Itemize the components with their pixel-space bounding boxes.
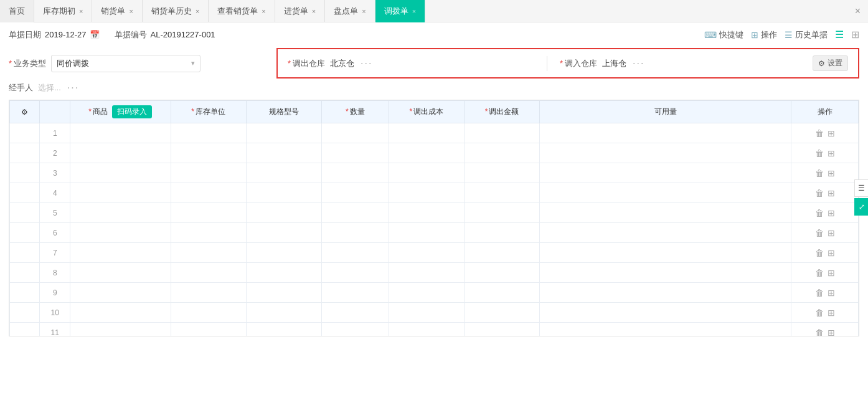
transfer-amount-cell[interactable] <box>464 143 539 163</box>
copy-icon[interactable]: ⊞ <box>828 208 835 218</box>
product-cell[interactable] <box>70 123 171 143</box>
shortcut-button[interactable]: ⌨ 快捷键 <box>704 29 743 40</box>
tab-sales-history-close[interactable]: × <box>196 7 199 15</box>
manager-select[interactable]: 选择... <box>38 82 61 93</box>
transfer-amount-cell[interactable] <box>464 223 539 243</box>
qty-cell[interactable] <box>321 323 389 337</box>
spec-cell[interactable] <box>246 143 321 163</box>
copy-icon[interactable]: ⊞ <box>828 288 835 298</box>
col-gear[interactable]: ⚙ <box>10 101 40 123</box>
tab-transfer-close[interactable]: × <box>412 7 416 15</box>
delete-icon[interactable]: 🗑 <box>815 148 824 158</box>
copy-icon[interactable]: ⊞ <box>828 268 835 278</box>
manager-more-icon[interactable]: ··· <box>67 82 79 93</box>
qty-cell[interactable] <box>321 263 389 283</box>
product-cell[interactable] <box>70 243 171 263</box>
operations-button[interactable]: ⊞ 操作 <box>751 29 777 40</box>
qty-cell[interactable] <box>321 123 389 143</box>
product-cell[interactable] <box>70 263 171 283</box>
tab-sales-history[interactable]: 销货单历史 × <box>143 0 209 22</box>
transfer-amount-cell[interactable] <box>464 263 539 283</box>
tab-view-sales[interactable]: 查看销货单 × <box>209 0 275 22</box>
tab-stocktake-close[interactable]: × <box>362 7 366 15</box>
transfer-cost-cell[interactable] <box>389 203 464 223</box>
tab-sales-order[interactable]: 销货单 × <box>92 0 142 22</box>
product-cell[interactable] <box>70 323 171 337</box>
product-cell[interactable] <box>70 223 171 243</box>
unit-cell[interactable] <box>171 203 246 223</box>
product-cell[interactable] <box>70 163 171 183</box>
spec-cell[interactable] <box>246 303 321 323</box>
unit-cell[interactable] <box>171 263 246 283</box>
transfer-cost-cell[interactable] <box>389 183 464 203</box>
qty-cell[interactable] <box>321 283 389 303</box>
transfer-out-more-icon[interactable]: ··· <box>361 58 372 69</box>
right-panel-list-btn[interactable]: ☰ <box>854 179 868 197</box>
qty-cell[interactable] <box>321 143 389 163</box>
transfer-amount-cell[interactable] <box>464 303 539 323</box>
copy-icon[interactable]: ⊞ <box>828 248 835 258</box>
settings-button[interactable]: ⚙ 设置 <box>813 55 848 71</box>
copy-icon[interactable]: ⊞ <box>828 168 835 178</box>
spec-cell[interactable] <box>246 163 321 183</box>
copy-icon[interactable]: ⊞ <box>828 308 835 318</box>
tab-sales-order-close[interactable]: × <box>129 7 133 15</box>
transfer-amount-cell[interactable] <box>464 163 539 183</box>
unit-cell[interactable] <box>171 283 246 303</box>
spec-cell[interactable] <box>246 263 321 283</box>
tab-view-sales-close[interactable]: × <box>262 7 265 15</box>
spec-cell[interactable] <box>246 203 321 223</box>
layout-button-list[interactable]: ☰ <box>835 29 844 40</box>
unit-cell[interactable] <box>171 123 246 143</box>
copy-icon[interactable]: ⊞ <box>828 188 835 198</box>
transfer-amount-cell[interactable] <box>464 123 539 143</box>
copy-icon[interactable]: ⊞ <box>828 148 835 158</box>
product-cell[interactable] <box>70 203 171 223</box>
biz-type-select[interactable]: 同价调拨 ▾ <box>51 55 200 72</box>
tab-inventory-init-close[interactable]: × <box>79 7 83 15</box>
transfer-cost-cell[interactable] <box>389 123 464 143</box>
unit-cell[interactable] <box>171 163 246 183</box>
transfer-cost-cell[interactable] <box>389 243 464 263</box>
layout-button-grid[interactable]: ⊞ <box>851 29 859 40</box>
product-cell[interactable] <box>70 303 171 323</box>
delete-icon[interactable]: 🗑 <box>815 288 824 298</box>
right-panel-expand-btn[interactable]: ⤢ <box>854 198 868 216</box>
tab-inventory-init[interactable]: 库存期初 × <box>34 0 92 22</box>
delete-icon[interactable]: 🗑 <box>815 228 824 238</box>
tab-transfer[interactable]: 调拨单 × <box>375 0 425 22</box>
tab-home[interactable]: 首页 <box>0 0 34 22</box>
unit-cell[interactable] <box>171 323 246 337</box>
transfer-in-value[interactable]: 上海仓 <box>602 58 626 69</box>
tab-purchase-close[interactable]: × <box>312 7 316 15</box>
spec-cell[interactable] <box>246 223 321 243</box>
delete-icon[interactable]: 🗑 <box>815 208 824 218</box>
transfer-cost-cell[interactable] <box>389 263 464 283</box>
transfer-cost-cell[interactable] <box>389 223 464 243</box>
tab-purchase[interactable]: 进货单 × <box>275 0 325 22</box>
spec-cell[interactable] <box>246 243 321 263</box>
copy-icon[interactable]: ⊞ <box>828 328 835 337</box>
unit-cell[interactable] <box>171 243 246 263</box>
transfer-amount-cell[interactable] <box>464 203 539 223</box>
unit-cell[interactable] <box>171 303 246 323</box>
unit-cell[interactable] <box>171 183 246 203</box>
delete-icon[interactable]: 🗑 <box>815 308 824 318</box>
transfer-amount-cell[interactable] <box>464 323 539 337</box>
spec-cell[interactable] <box>246 123 321 143</box>
unit-cell[interactable] <box>171 223 246 243</box>
qty-cell[interactable] <box>321 163 389 183</box>
product-cell[interactable] <box>70 143 171 163</box>
delete-icon[interactable]: 🗑 <box>815 328 824 337</box>
transfer-cost-cell[interactable] <box>389 323 464 337</box>
product-cell[interactable] <box>70 283 171 303</box>
transfer-amount-cell[interactable] <box>464 183 539 203</box>
qty-cell[interactable] <box>321 303 389 323</box>
spec-cell[interactable] <box>246 183 321 203</box>
gear-settings-icon[interactable]: ⚙ <box>21 108 28 117</box>
transfer-amount-cell[interactable] <box>464 243 539 263</box>
qty-cell[interactable] <box>321 183 389 203</box>
transfer-cost-cell[interactable] <box>389 303 464 323</box>
product-cell[interactable] <box>70 183 171 203</box>
spec-cell[interactable] <box>246 323 321 337</box>
